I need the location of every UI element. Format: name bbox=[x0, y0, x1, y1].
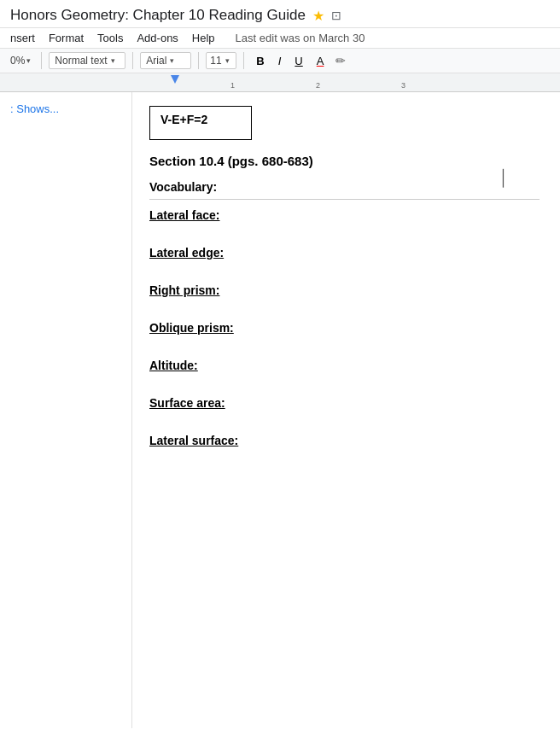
font-chevron-icon: ▾ bbox=[170, 56, 174, 65]
vocab-item-2: Right prism: bbox=[149, 283, 540, 297]
font-value: Arial bbox=[146, 55, 166, 67]
title-bar: Honors Geometry: Chapter 10 Reading Guid… bbox=[0, 0, 560, 28]
italic-button[interactable]: I bbox=[273, 53, 287, 69]
formula-text: V-E+F=2 bbox=[160, 113, 207, 126]
folder-icon[interactable]: ⊡ bbox=[331, 9, 341, 22]
section-header: Section 10.4 (pgs. 680-683) bbox=[149, 154, 540, 168]
document-title: Honors Geometry: Chapter 10 Reading Guid… bbox=[10, 7, 306, 24]
menu-item-format[interactable]: Format bbox=[49, 32, 84, 44]
doc-area: : Shows... V-E+F=2 Section 10.4 (pgs. 68… bbox=[0, 92, 560, 728]
section-divider bbox=[149, 199, 540, 200]
zoom-value: 0% bbox=[10, 55, 25, 67]
size-select[interactable]: 11 ▾ bbox=[206, 52, 236, 69]
sidebar-shows-link[interactable]: : Shows... bbox=[0, 99, 131, 119]
separator-4 bbox=[243, 52, 244, 69]
ruler-tick-1: 1 bbox=[230, 81, 235, 90]
ruler-marker[interactable] bbox=[171, 75, 179, 84]
vocab-item-0: Lateral face: bbox=[149, 208, 540, 222]
underline-button[interactable]: U bbox=[289, 53, 307, 69]
vocab-label: Vocabulary: bbox=[149, 180, 540, 194]
style-select[interactable]: Normal text ▾ bbox=[49, 52, 125, 69]
separator-1 bbox=[41, 52, 42, 69]
font-select[interactable]: Arial ▾ bbox=[140, 52, 191, 69]
toolbar: 0% ▾ Normal text ▾ Arial ▾ 11 ▾ B I U A … bbox=[0, 49, 560, 73]
separator-3 bbox=[198, 52, 199, 69]
last-edit-label: Last edit was on March 30 bbox=[236, 32, 365, 44]
bold-button[interactable]: B bbox=[251, 53, 269, 69]
sidebar: : Shows... bbox=[0, 92, 132, 728]
vocab-item-5: Surface area: bbox=[149, 396, 540, 410]
menu-item-addons[interactable]: Add-ons bbox=[137, 32, 178, 44]
separator-2 bbox=[132, 52, 133, 69]
ruler: 1 2 3 bbox=[0, 73, 560, 92]
ruler-tick-3: 3 bbox=[401, 81, 405, 90]
style-chevron-icon: ▾ bbox=[111, 56, 115, 65]
vocab-item-4: Altitude: bbox=[149, 359, 540, 372]
star-icon[interactable]: ★ bbox=[312, 8, 324, 24]
vocab-item-3: Oblique prism: bbox=[149, 321, 540, 335]
menu-item-help[interactable]: Help bbox=[192, 32, 215, 44]
formula-box: V-E+F=2 bbox=[149, 106, 252, 140]
menu-item-insert[interactable]: nsert bbox=[10, 32, 35, 44]
zoom-select[interactable]: 0% ▾ bbox=[7, 53, 34, 68]
style-value: Normal text bbox=[55, 55, 107, 67]
size-value: 11 bbox=[210, 55, 221, 67]
paint-format-button[interactable]: ✏ bbox=[332, 52, 349, 69]
menu-bar: nsert Format Tools Add-ons Help Last edi… bbox=[0, 28, 560, 49]
vocab-item-1: Lateral edge: bbox=[149, 246, 540, 260]
ruler-tick-2: 2 bbox=[316, 81, 320, 90]
doc-content[interactable]: V-E+F=2 Section 10.4 (pgs. 680-683) Voca… bbox=[132, 92, 560, 728]
ruler-content: 1 2 3 bbox=[132, 73, 560, 91]
font-color-button[interactable]: A bbox=[312, 53, 330, 69]
vocab-item-6: Lateral surface: bbox=[149, 434, 540, 447]
text-cursor-icon: │ bbox=[499, 169, 509, 187]
menu-item-tools[interactable]: Tools bbox=[97, 32, 123, 44]
zoom-group: 0% ▾ bbox=[7, 53, 34, 68]
size-chevron-icon: ▾ bbox=[225, 56, 230, 65]
zoom-chevron-icon: ▾ bbox=[26, 56, 31, 65]
